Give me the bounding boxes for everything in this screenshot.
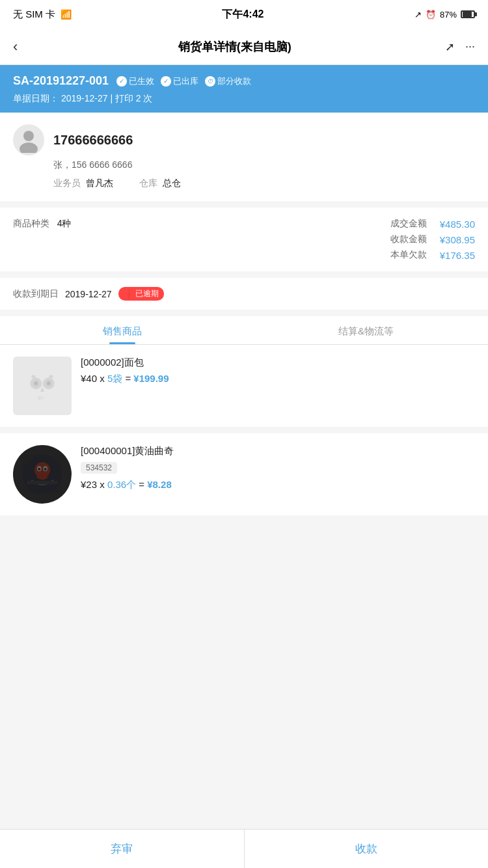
due-section: 收款到期日 2019-12-27 ❗ 已逾期 xyxy=(0,278,488,310)
date-label: 单据日期： xyxy=(13,93,59,103)
badge-partial-label: 部分收款 xyxy=(217,75,251,87)
product-name-1: [0000002]面包 xyxy=(81,357,475,369)
nav-bar: ‹ 销货单详情(来自电脑) ➚ ··· xyxy=(0,29,488,65)
stats-row-0: 成交金额 ¥485.30 xyxy=(390,218,475,230)
reject-label: 弃审 xyxy=(111,841,133,856)
tab-settlement[interactable]: 结算&物流等 xyxy=(244,316,488,344)
location-icon: ↗ xyxy=(414,10,422,20)
product-kind-label: 商品种类 xyxy=(13,218,49,228)
product-price-1: ¥40 xyxy=(81,373,97,384)
customer-meta: 业务员 曾凡杰 仓库 总仓 xyxy=(13,178,475,189)
back-button[interactable]: ‹ xyxy=(13,38,18,55)
svg-point-1 xyxy=(20,142,38,153)
status-right: ↗ ⏰ 87% xyxy=(414,10,475,20)
svg-point-6 xyxy=(34,382,38,385)
page-title: 销货单详情(来自电脑) xyxy=(24,39,445,55)
product-price-row-1: ¥40 x 5袋 = ¥199.99 xyxy=(81,373,475,385)
badge-effective: ✓ 已生效 xyxy=(116,75,154,87)
product-info-2: [000400001]黄油曲奇 534532 ¥23 x 0.36个 = ¥8.… xyxy=(81,445,475,491)
product-name-2: [000400001]黄油曲奇 xyxy=(81,445,475,457)
tab-sales-label: 销售商品 xyxy=(103,325,142,336)
nav-actions: ➚ ··· xyxy=(445,40,475,54)
customer-phone: 17666666666 xyxy=(53,133,133,148)
overdue-badge: ❗ 已逾期 xyxy=(118,287,164,301)
status-time: 下午4:42 xyxy=(222,8,264,21)
stats-row-2: 本单欠款 ¥176.35 xyxy=(390,249,475,261)
owed-value: ¥176.35 xyxy=(440,250,475,261)
svg-point-17 xyxy=(44,468,47,470)
tabs-section: 销售商品 结算&物流等 xyxy=(0,316,488,345)
product-total-2: ¥8.28 xyxy=(147,479,172,490)
more-button[interactable]: ··· xyxy=(465,40,475,53)
order-date-row: 单据日期： 2019-12-27 | 打印 2 次 xyxy=(13,93,475,105)
product-tag-2: 534532 xyxy=(81,462,117,474)
svg-point-16 xyxy=(38,468,40,470)
stats-section: 商品种类 4种 成交金额 ¥485.30 收款金额 ¥308.95 本单欠款 ¥… xyxy=(0,208,488,271)
product-kind-value: 4种 xyxy=(57,218,72,228)
reject-button[interactable]: 弃审 xyxy=(0,830,245,868)
clock-icon: ⏱ xyxy=(205,76,215,87)
stats-left: 商品种类 4种 xyxy=(13,218,71,230)
product-image-1: 鲸+ xyxy=(13,357,72,415)
received-label: 收款金额 xyxy=(390,234,427,245)
collect-label: 收款 xyxy=(355,841,377,856)
svg-point-13 xyxy=(34,462,50,478)
owed-label: 本单欠款 xyxy=(390,249,427,261)
product-placeholder-icon: 鲸+ xyxy=(23,366,62,405)
badge-shipped: ✓ 已出库 xyxy=(161,75,198,87)
tab-sales-products[interactable]: 销售商品 xyxy=(0,316,244,344)
svg-point-7 xyxy=(47,382,51,385)
avatar xyxy=(13,124,44,156)
customer-section: 17666666666 张，156 6666 6666 业务员 曾凡杰 仓库 总… xyxy=(0,113,488,201)
bottom-bar: 弃审 收款 xyxy=(0,829,488,868)
collect-button[interactable]: 收款 xyxy=(245,830,489,868)
print-info: | 打印 2 次 xyxy=(110,93,152,103)
overdue-text: 已逾期 xyxy=(135,288,159,299)
list-item: 鲸+ [0000002]面包 ¥40 x 5袋 = ¥199.99 xyxy=(0,345,488,427)
badge-shipped-label: 已出库 xyxy=(173,75,198,87)
badge-effective-label: 已生效 xyxy=(129,75,154,87)
list-item: [000400001]黄油曲奇 534532 ¥23 x 0.36个 = ¥8.… xyxy=(0,433,488,515)
received-value: ¥308.95 xyxy=(440,234,475,245)
customer-top: 17666666666 xyxy=(13,124,475,156)
check-icon-2: ✓ xyxy=(161,76,171,87)
alarm-icon: ⏰ xyxy=(426,10,436,20)
sales-name: 曾凡杰 xyxy=(86,178,113,189)
order-id: SA-20191227-001 xyxy=(13,74,109,88)
order-badges: ✓ 已生效 ✓ 已出库 ⏱ 部分收款 xyxy=(116,75,251,87)
deal-amount-value: ¥485.30 xyxy=(440,219,475,230)
badge-partial: ⏱ 部分收款 xyxy=(205,75,251,87)
overdue-icon: ❗ xyxy=(124,290,133,299)
product-img-2-icon xyxy=(23,455,62,494)
signal-text: 无 SIM 卡 xyxy=(13,8,55,21)
product-total-1: ¥199.99 xyxy=(133,373,169,384)
product-info-1: [0000002]面包 ¥40 x 5袋 = ¥199.99 xyxy=(81,357,475,385)
battery-percent: 87% xyxy=(440,10,457,20)
svg-point-0 xyxy=(23,131,34,141)
status-left: 无 SIM 卡 📶 xyxy=(13,8,72,21)
product-qty-1: 5袋 xyxy=(107,373,122,384)
due-date: 2019-12-27 xyxy=(65,289,112,299)
product-qty-2: 0.36个 xyxy=(107,479,136,490)
svg-rect-9 xyxy=(32,375,36,379)
svg-rect-18 xyxy=(27,481,58,484)
check-icon-1: ✓ xyxy=(116,76,127,87)
sales-label: 业务员 xyxy=(53,178,81,189)
svg-text:鲸+: 鲸+ xyxy=(38,396,45,400)
wifi-icon: 📶 xyxy=(61,9,72,20)
status-bar: 无 SIM 卡 📶 下午4:42 ↗ ⏰ 87% xyxy=(0,0,488,29)
warehouse-label: 仓库 xyxy=(139,178,157,189)
customer-info: 张，156 6666 6666 xyxy=(13,159,475,171)
battery-icon xyxy=(461,10,475,18)
product-kind-row: 商品种类 4种 xyxy=(13,218,71,230)
product-price-2: ¥23 xyxy=(81,479,97,490)
svg-rect-10 xyxy=(49,375,53,379)
order-header: SA-20191227-001 ✓ 已生效 ✓ 已出库 ⏱ 部分收款 单据日期：… xyxy=(0,65,488,113)
share-button[interactable]: ➚ xyxy=(445,40,455,54)
product-list: 鲸+ [0000002]面包 ¥40 x 5袋 = ¥199.99 xyxy=(0,345,488,515)
product-price-row-2: ¥23 x 0.36个 = ¥8.28 xyxy=(81,479,475,491)
due-label: 收款到期日 xyxy=(13,288,59,300)
stats-row-1: 收款金额 ¥308.95 xyxy=(390,234,475,245)
deal-amount-label: 成交金额 xyxy=(390,218,427,230)
order-date: 2019-12-27 xyxy=(61,93,108,103)
